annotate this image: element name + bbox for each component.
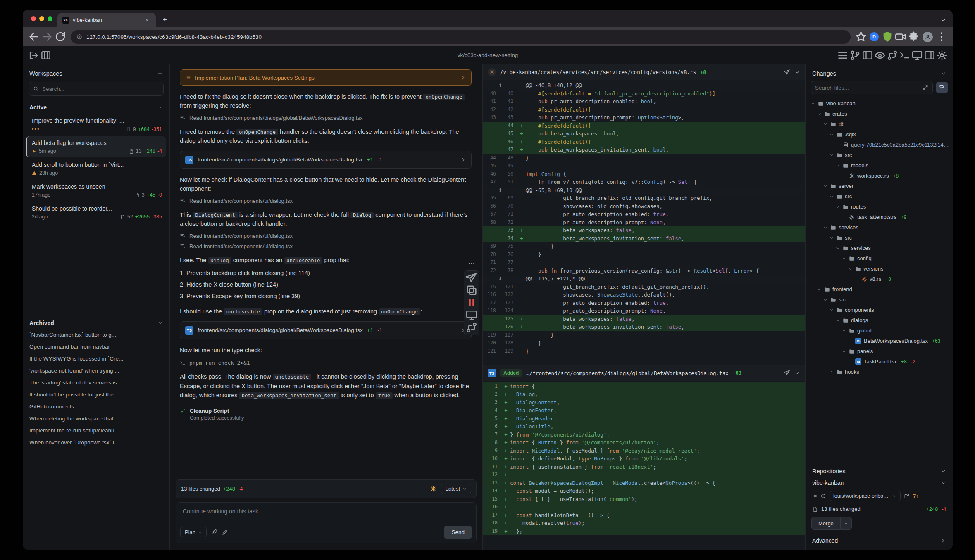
new-tab-button[interactable]: + bbox=[159, 14, 171, 26]
tree-file-workspace-rs[interactable]: workspace.rs+8 bbox=[809, 171, 949, 181]
export-button[interactable] bbox=[28, 50, 39, 61]
diff-button[interactable] bbox=[465, 321, 478, 334]
read-file-item[interactable]: Read frontend/src/components/ui/dialog.t… bbox=[180, 198, 472, 204]
collapse-repositories-button[interactable] bbox=[940, 468, 946, 474]
implementation-plan-banner[interactable]: Implementation Plan: Beta Workspaces Set… bbox=[180, 69, 472, 86]
advanced-section-toggle[interactable]: Advanced bbox=[806, 532, 953, 546]
read-file-item[interactable]: Read frontend/src/components/ui/dialog.t… bbox=[180, 243, 472, 249]
tree-folder-global[interactable]: global bbox=[809, 325, 949, 336]
workspace-item[interactable]: Should be possible to reorder...2d ago52… bbox=[26, 202, 166, 223]
version-select-button[interactable]: Latest bbox=[441, 484, 471, 494]
tree-file-betaworkspacesdialog-tsx[interactable]: TSBetaWorkspacesDialog.tsx+63 bbox=[809, 336, 949, 346]
tree-folder-routes[interactable]: routes bbox=[809, 202, 949, 212]
conversation-scroll[interactable]: Implementation Plan: Beta Workspaces Set… bbox=[170, 64, 482, 475]
back-button[interactable] bbox=[28, 31, 40, 43]
archived-workspace-item[interactable]: Implement the re-run setup/cleanu... bbox=[23, 425, 169, 437]
tree-file-query-70b21c5c0a2ba5c21c9c1132f14a68[interactable]: query-70b21c5c0a2ba5c21c9c1132f14a68... bbox=[809, 140, 949, 150]
more-options-button[interactable] bbox=[466, 259, 477, 268]
archived-workspace-item[interactable]: Open command bar from navbar bbox=[23, 341, 169, 353]
tree-folder-vibe-kanban[interactable]: vibe-kanban bbox=[809, 98, 949, 109]
tree-folder-panels[interactable]: panels bbox=[809, 346, 949, 356]
tree-folder-src[interactable]: src bbox=[809, 233, 949, 243]
tree-folder-sqlx[interactable]: .sqlx bbox=[809, 129, 949, 140]
archived-workspace-item[interactable]: 'workspace not found' when trying ... bbox=[23, 365, 169, 377]
archived-section-header[interactable]: Archived bbox=[23, 316, 169, 329]
preview-button[interactable] bbox=[465, 309, 478, 321]
tree-folder-src[interactable]: src bbox=[809, 294, 949, 305]
tree-folder-server[interactable]: server bbox=[809, 181, 949, 191]
extensions-button[interactable] bbox=[908, 31, 920, 43]
settings-gear-button[interactable] bbox=[936, 50, 948, 61]
file-edit-item[interactable]: TSfrontend/src/components/dialogs/global… bbox=[180, 151, 472, 169]
tree-folder-models[interactable]: models bbox=[809, 160, 949, 171]
browser-tab[interactable]: VK vibe-kanban × bbox=[57, 13, 156, 27]
minimize-window-button[interactable] bbox=[39, 16, 44, 21]
browser-menu-button[interactable] bbox=[935, 31, 948, 43]
stop-button[interactable] bbox=[465, 297, 478, 309]
search-files-input[interactable] bbox=[815, 85, 919, 91]
archived-workspace-item[interactable]: It shouldn't be possible for just the ..… bbox=[23, 389, 169, 401]
expand-hunk-button[interactable] bbox=[483, 275, 517, 283]
open-branch-external-button[interactable] bbox=[904, 493, 910, 499]
expand-hunk-button[interactable] bbox=[483, 81, 517, 90]
site-info-icon[interactable] bbox=[76, 34, 82, 40]
tree-folder-services[interactable]: services bbox=[809, 243, 949, 253]
diff-view-button[interactable] bbox=[887, 50, 898, 61]
collapse-diff-button[interactable] bbox=[794, 69, 800, 75]
tree-file-taskpanel-tsx[interactable]: TSTaskPanel.tsx+8-2 bbox=[809, 356, 949, 367]
toggle-left-panel-button[interactable] bbox=[862, 50, 873, 61]
expand-hunk-button[interactable] bbox=[483, 186, 517, 195]
tab-close-button[interactable]: × bbox=[143, 17, 151, 24]
extension-shield-button[interactable] bbox=[881, 31, 894, 43]
expand-search-button[interactable] bbox=[923, 85, 928, 90]
collapse-changes-button[interactable] bbox=[940, 71, 946, 76]
tree-folder-frontend[interactable]: frontend bbox=[809, 284, 949, 294]
mode-select-button[interactable]: Plan bbox=[180, 527, 207, 537]
zoom-window-button[interactable] bbox=[48, 16, 52, 21]
file-edit-item[interactable]: TSfrontend/src/components/dialogs/global… bbox=[180, 321, 472, 339]
sparkle-icon[interactable] bbox=[430, 486, 436, 492]
read-file-item[interactable]: Read frontend/src/components/dialogs/glo… bbox=[180, 115, 472, 121]
tree-file-task-attempts-rs[interactable]: task_attempts.rs+9 bbox=[809, 212, 949, 222]
message-input[interactable] bbox=[176, 503, 476, 522]
tab-search-button[interactable] bbox=[940, 17, 946, 23]
workspace-item[interactable]: Mark workspaces as unseen17h ago3+45-0 bbox=[26, 180, 166, 201]
repository-item[interactable]: vibe-kanban bbox=[806, 479, 953, 489]
tree-folder-src[interactable]: src bbox=[809, 191, 949, 202]
tree-file-v8-rs[interactable]: v8.rs+8 bbox=[809, 274, 949, 284]
extension-camera-button[interactable] bbox=[894, 31, 907, 43]
collapse-diff-button[interactable] bbox=[794, 370, 800, 376]
extension-d-button[interactable]: D bbox=[870, 32, 879, 41]
archived-workspace-item[interactable]: When hover over `Dropdown.tsx` i... bbox=[23, 437, 169, 448]
reload-button[interactable] bbox=[54, 31, 67, 43]
tree-folder-components[interactable]: components bbox=[809, 305, 949, 315]
git-branch-button[interactable] bbox=[849, 50, 861, 61]
close-window-button[interactable] bbox=[31, 16, 36, 21]
archived-workspace-item[interactable]: When deleting the workspace that'... bbox=[23, 413, 169, 425]
read-file-item[interactable]: Read frontend/src/components/ui/dialog.t… bbox=[180, 233, 472, 239]
tree-folder-versions[interactable]: versions bbox=[809, 263, 949, 274]
add-workspace-button[interactable] bbox=[157, 71, 163, 76]
workspace-item[interactable]: Add beta flag for workspaces5m ago13+248… bbox=[26, 136, 166, 157]
send-button[interactable]: Send bbox=[444, 526, 472, 539]
tree-folder-hooks[interactable]: hooks bbox=[809, 367, 949, 377]
merge-button[interactable]: Merge bbox=[811, 517, 840, 530]
profile-button[interactable] bbox=[923, 32, 933, 42]
script-status-item[interactable]: Cleanup ScriptCompleted successfully bbox=[180, 408, 472, 421]
tree-folder-db[interactable]: db bbox=[809, 119, 949, 129]
address-bar[interactable]: 127.0.0.1:57095/workspaces/c63c9fd6-dfb8… bbox=[71, 30, 851, 44]
send-to-editor-button[interactable] bbox=[465, 272, 478, 284]
archived-workspace-item[interactable]: `NavbarContainer.tsx` button to g... bbox=[23, 329, 169, 341]
preview-toggle-button[interactable] bbox=[874, 50, 886, 61]
tree-folder-config[interactable]: config bbox=[809, 253, 949, 263]
terminal-button[interactable] bbox=[899, 50, 911, 61]
list-view-button[interactable] bbox=[837, 50, 849, 61]
active-section-header[interactable]: Active bbox=[23, 100, 169, 113]
archived-workspace-item[interactable]: GitHub comments bbox=[23, 401, 169, 413]
tree-folder-src[interactable]: src bbox=[809, 150, 949, 160]
tree-folder-services[interactable]: services bbox=[809, 222, 949, 233]
terminal-command-item[interactable]: pnpm run check 2>&1 bbox=[180, 360, 472, 366]
tree-folder-dialogs[interactable]: dialogs bbox=[809, 315, 949, 325]
workspace-search-input[interactable] bbox=[42, 86, 159, 92]
toggle-right-panel-button[interactable] bbox=[924, 50, 935, 61]
